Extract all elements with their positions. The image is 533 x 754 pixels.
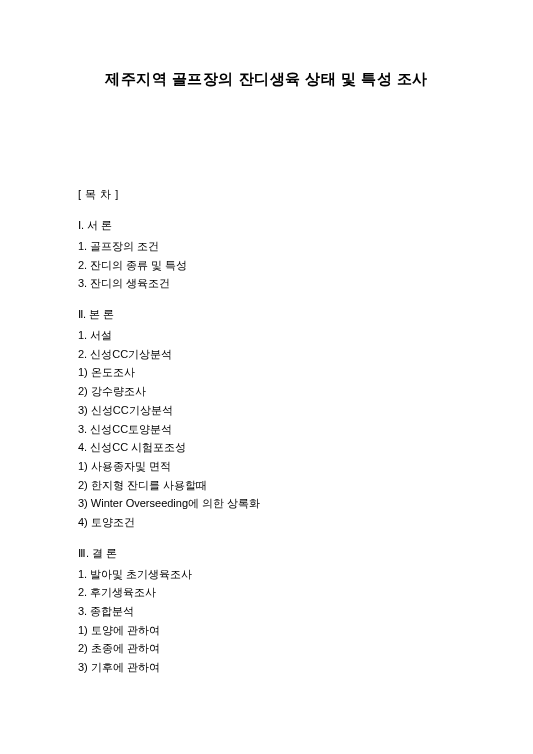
document-title: 제주지역 골프장의 잔디생육 상태 및 특성 조사 [78, 70, 455, 89]
toc-item: 2) 한지형 잔디를 사용할때 [78, 476, 455, 495]
toc-item: 2. 잔디의 종류 및 특성 [78, 256, 455, 275]
toc-item: 1) 온도조사 [78, 363, 455, 382]
section-intro: Ⅰ. 서 론 1. 골프장의 조건 2. 잔디의 종류 및 특성 3. 잔디의 … [78, 218, 455, 293]
toc-item: 2) 강수량조사 [78, 382, 455, 401]
toc-item: 3) 기후에 관하여 [78, 658, 455, 677]
toc-item: 3. 신성CC토양분석 [78, 420, 455, 439]
toc-label: [ 목 차 ] [78, 187, 455, 202]
toc-item: 1. 골프장의 조건 [78, 237, 455, 256]
section-conclusion: Ⅲ. 결 론 1. 발아및 초기생육조사 2. 후기생육조사 3. 종합분석 1… [78, 546, 455, 677]
toc-item: 1) 사용종자및 면적 [78, 457, 455, 476]
toc-item: 3) Winter Overseeding에 의한 상록화 [78, 494, 455, 513]
toc-item: 3. 잔디의 생육조건 [78, 274, 455, 293]
toc-item: 4) 토양조건 [78, 513, 455, 532]
toc-item: 2) 초종에 관하여 [78, 639, 455, 658]
toc-item: 3) 신성CC기상분석 [78, 401, 455, 420]
section-heading-3: Ⅲ. 결 론 [78, 546, 455, 561]
toc-item: 1. 발아및 초기생육조사 [78, 565, 455, 584]
toc-item: 1. 서설 [78, 326, 455, 345]
toc-item: 2. 신성CC기상분석 [78, 345, 455, 364]
toc-item: 3. 종합분석 [78, 602, 455, 621]
toc-item: 4. 신성CC 시험포조성 [78, 438, 455, 457]
toc-item: 1) 토양에 관하여 [78, 621, 455, 640]
section-heading-1: Ⅰ. 서 론 [78, 218, 455, 233]
section-body: Ⅱ. 본 론 1. 서설 2. 신성CC기상분석 1) 온도조사 2) 강수량조… [78, 307, 455, 532]
toc-item: 2. 후기생육조사 [78, 583, 455, 602]
section-heading-2: Ⅱ. 본 론 [78, 307, 455, 322]
